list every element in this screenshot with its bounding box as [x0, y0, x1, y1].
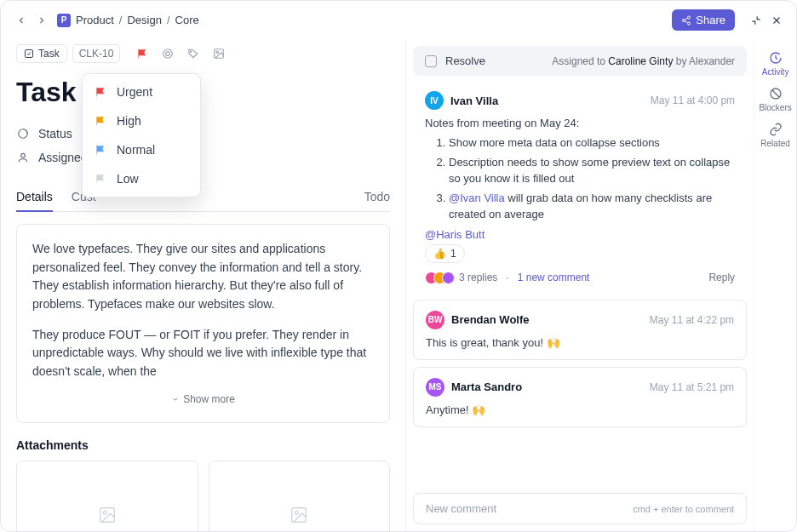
comment-time: May 11 at 5:21 pm — [650, 381, 734, 393]
breadcrumb-seg[interactable]: Design — [127, 14, 161, 26]
svg-point-12 — [216, 51, 218, 53]
priority-flag-icon[interactable] — [135, 47, 149, 60]
reply-button[interactable]: Reply — [708, 272, 735, 283]
svg-rect-7 — [26, 50, 33, 58]
tabs: Details Cust Todo — [16, 183, 390, 212]
task-type-chip[interactable]: Task — [16, 44, 67, 63]
comment-body: This is great, thank you! 🙌 — [426, 336, 734, 349]
reaction-button[interactable]: 👍1 — [425, 244, 465, 263]
svg-line-20 — [772, 90, 779, 97]
thread-replies[interactable]: 3 replies — [459, 272, 497, 283]
rail-related[interactable]: Related — [754, 117, 796, 153]
resolve-label[interactable]: Resolve — [445, 54, 485, 67]
description-p1: We love typefaces. They give our sites a… — [32, 240, 374, 314]
comment-author[interactable]: Marta Sandro — [451, 380, 522, 393]
close-icon[interactable] — [769, 13, 784, 28]
avatar[interactable]: IV — [425, 91, 444, 110]
avatar[interactable]: BW — [426, 311, 444, 329]
priority-urgent[interactable]: Urgent — [83, 77, 200, 106]
assignees-icon — [16, 151, 30, 164]
breadcrumb-seg[interactable]: Product — [76, 14, 114, 26]
share-button[interactable]: Share — [672, 9, 735, 31]
workspace-icon: P — [57, 14, 71, 27]
mention[interactable]: @Haris Butt — [425, 228, 485, 241]
comment: MS Marta Sandro May 11 at 5:21 pm Anytim… — [413, 367, 747, 427]
attachment-slot[interactable] — [16, 460, 198, 531]
description-card[interactable]: We love typefaces. They give our sites a… — [16, 224, 390, 423]
mention[interactable]: @Ivan Villa — [449, 192, 505, 204]
svg-point-9 — [166, 52, 170, 56]
rail-label: Activity — [762, 67, 789, 77]
task-id-chip[interactable]: CLK-10 — [72, 44, 121, 63]
sprint-icon[interactable] — [161, 47, 175, 60]
tab-details[interactable]: Details — [16, 183, 53, 212]
svg-point-10 — [191, 51, 192, 52]
svg-point-8 — [163, 49, 173, 59]
comment: IV Ivan Villa May 11 at 4:00 pm Notes fr… — [413, 83, 747, 293]
nav-forward-button[interactable] — [33, 12, 50, 29]
comment-list: Show more meta data on collapse sections… — [425, 134, 735, 223]
priority-normal[interactable]: Normal — [83, 135, 200, 164]
attachment-slot[interactable] — [209, 460, 391, 531]
avatar[interactable]: MS — [426, 378, 444, 397]
show-more-label: Show more — [183, 392, 235, 408]
side-rail: Activity Blockers Related — [754, 39, 796, 531]
comment-author[interactable]: Ivan Villa — [450, 94, 498, 107]
compose-placeholder: New comment — [426, 502, 496, 515]
task-type-label: Task — [38, 48, 60, 60]
comment-body: Notes from meeting on May 24: — [425, 117, 735, 129]
comment: BW Brendan Wolfe May 11 at 4:22 pm This … — [413, 300, 747, 360]
priority-label: Low — [117, 172, 139, 186]
show-more-button[interactable]: Show more — [32, 392, 374, 408]
comment-author[interactable]: Brendan Wolfe — [451, 313, 530, 326]
comment-body: Anytime! 🙌 — [426, 403, 734, 416]
status-label: Status — [38, 127, 72, 140]
comment-time: May 11 at 4:00 pm — [651, 94, 735, 106]
rail-label: Related — [760, 139, 789, 148]
priority-low[interactable]: Low — [83, 164, 200, 193]
rail-label: Blockers — [759, 103, 791, 112]
svg-point-0 — [688, 16, 691, 19]
assigned-text: Assigned to Caroline Ginty by Alexander — [552, 55, 735, 67]
priority-label: Normal — [117, 143, 155, 157]
thread-avatars[interactable] — [425, 272, 450, 284]
description-p2: They produce FOUT — or FOIT if you prefe… — [32, 326, 374, 381]
compose-hint: cmd + enter to comment — [633, 504, 734, 514]
svg-point-14 — [21, 153, 26, 157]
assignees-field[interactable]: Assignees — [16, 146, 390, 169]
top-bar: P Product / Design / Core Share — [1, 1, 796, 39]
svg-point-1 — [683, 19, 685, 21]
priority-label: High — [117, 114, 141, 128]
resolve-checkbox[interactable] — [425, 55, 437, 67]
svg-point-18 — [295, 512, 299, 515]
rail-blockers[interactable]: Blockers — [754, 82, 796, 117]
rail-activity[interactable]: Activity — [754, 46, 796, 82]
image-icon[interactable] — [212, 47, 226, 60]
thread-new[interactable]: 1 new comment — [518, 272, 590, 283]
page-title: Task Vie — [16, 77, 390, 108]
resolve-bar: Resolve Assigned to Caroline Ginty by Al… — [413, 46, 747, 76]
nav-back-button[interactable] — [13, 12, 30, 29]
tag-icon[interactable] — [186, 47, 200, 60]
status-field[interactable]: Status — [16, 122, 390, 146]
priority-dropdown: Urgent High Normal Low — [82, 73, 201, 197]
priority-high[interactable]: High — [83, 106, 200, 135]
share-label: Share — [696, 14, 725, 26]
attachments-heading: Attachments — [16, 438, 390, 452]
tab-todo[interactable]: Todo — [364, 183, 390, 211]
status-icon — [16, 127, 30, 140]
breadcrumb[interactable]: P Product / Design / Core — [57, 14, 199, 27]
priority-label: Urgent — [117, 85, 152, 99]
collapse-icon[interactable] — [748, 13, 764, 28]
svg-line-4 — [685, 18, 688, 20]
compose-input[interactable]: New comment cmd + enter to comment — [413, 493, 747, 524]
svg-point-2 — [688, 22, 691, 25]
comment-time: May 11 at 4:22 pm — [650, 314, 734, 326]
svg-point-16 — [103, 512, 106, 515]
svg-line-3 — [685, 20, 688, 22]
assignee-link[interactable]: Caroline Ginty — [608, 55, 673, 67]
breadcrumb-seg[interactable]: Core — [175, 14, 199, 26]
